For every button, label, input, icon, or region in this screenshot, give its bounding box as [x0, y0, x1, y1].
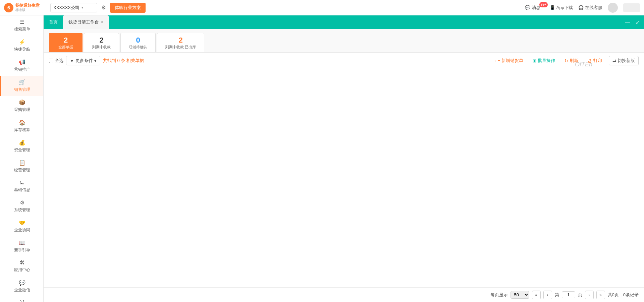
stat-num-overdue: 2 [99, 36, 103, 45]
sidebar-item-app-center[interactable]: 🛠 应用中心 [0, 256, 43, 276]
avatar[interactable] [608, 3, 618, 13]
user-name-placeholder[interactable] [623, 3, 640, 12]
switch-label: 切换新版 [618, 58, 635, 64]
header-right: 💬 消息 99+ 📱 App下载 🎧 在线客服 [525, 3, 640, 13]
base-info-icon: 🗂 [19, 180, 25, 186]
message-btn[interactable]: 💬 消息 99+ [525, 5, 544, 11]
stat-label-wangpu: 旺铺待确认 [129, 45, 147, 50]
toolbar-left: 全选 ▼ 更多条件 ▾ 共找到 0 条 相关单据 [49, 56, 144, 65]
select-all-input[interactable] [49, 59, 53, 63]
enterprise-icon: 🤝 [19, 220, 25, 226]
page-label-pre: 第 [555, 292, 559, 298]
sidebar-item-marketing[interactable]: 📢 营销推广 [0, 56, 43, 76]
add-sale-order-btn[interactable]: + + 新增销货单 [491, 56, 526, 65]
sidebar: ☰ 搜索菜单 ⚡ 快捷导航 📢 营销推广 🛒 销售管理 📦 采购管理 🏠 库存核… [0, 15, 44, 302]
message-icon: 💬 [525, 5, 530, 10]
sidebar-item-label: 新手引导 [14, 247, 30, 253]
stat-tab-wangpu[interactable]: 0 旺铺待确认 [120, 33, 156, 52]
next-page-btn[interactable]: › [585, 291, 594, 299]
print-btn[interactable]: 🖨 打印 [585, 56, 605, 65]
logo-area: 6 畅捷通好生意 标准版 [4, 3, 48, 12]
tab-close-icon[interactable]: × [101, 20, 103, 24]
logo-sub: 标准版 [15, 8, 40, 12]
filter-chevron-icon: ▾ [94, 58, 97, 63]
top-header: 6 畅捷通好生意 标准版 XXXXXX公司 ▾ ⚙ 体验行业方案 💬 消息 99… [0, 0, 644, 15]
app-center-icon: 🛠 [19, 260, 25, 266]
logo-text: 畅捷通好生意 标准版 [15, 3, 40, 12]
page-input[interactable] [562, 291, 575, 298]
count-unit: 条 [121, 58, 125, 63]
add-icon: + [494, 58, 496, 63]
sales-icon: 🛒 [19, 79, 25, 85]
sidebar-item-inventory[interactable]: 🏠 库存核算 [0, 116, 43, 136]
marketing-icon: 📢 [19, 59, 25, 65]
tab-expand-btn[interactable]: ⤢ [634, 18, 641, 27]
count-prefix: 共找到 [103, 58, 116, 63]
sidebar-item-label: 应用中心 [14, 267, 30, 273]
sidebar-item-enterprise[interactable]: 🤝 企业协同 [0, 216, 43, 236]
stat-tab-overdue-shipped[interactable]: 2 到期未收款 已出库 [157, 33, 204, 52]
stat-label-overdue-shipped: 到期未收款 已出库 [165, 45, 196, 50]
sidebar-item-wechat[interactable]: 💬 企业微信 [0, 276, 43, 296]
stat-tab-overdue[interactable]: 2 到期未收款 [84, 33, 119, 52]
vip-icon: V [20, 300, 24, 302]
sidebar-item-label: 企业协同 [14, 227, 30, 233]
company-name: XXXXXX公司 [53, 5, 79, 11]
sidebar-item-guide[interactable]: 📖 新手引导 [0, 236, 43, 256]
tab-home[interactable]: 首页 [44, 15, 63, 29]
stat-tab-all[interactable]: 2 全部单据 [49, 33, 83, 52]
app-download-icon: 📱 [550, 5, 555, 10]
switch-icon: ⇄ [612, 58, 616, 63]
try-btn[interactable]: 体验行业方案 [110, 3, 146, 13]
online-service-btn[interactable]: 🎧 在线客服 [578, 5, 602, 11]
tab-bar: 首页 钱货日清工作台 × — ⤢ [44, 15, 644, 29]
filter-btn[interactable]: ▼ 更多条件 ▾ [66, 56, 100, 65]
sidebar-item-vip[interactable]: V 畅会员 [0, 296, 43, 302]
service-icon: 🎧 [578, 5, 584, 10]
sidebar-item-operations[interactable]: 📋 经营管理 [0, 156, 43, 176]
system-icon: ⚙ [20, 199, 24, 206]
first-page-btn[interactable]: « [532, 291, 541, 299]
settings-icon-btn[interactable]: ⚙ [100, 3, 107, 12]
main-content: 首页 钱货日清工作台 × — ⤢ 2 全部单据 2 到期未收款 [44, 15, 644, 302]
stat-num-wangpu: 0 [136, 36, 140, 45]
tab-workbench[interactable]: 钱货日清工作台 × [63, 15, 109, 29]
guide-icon: 📖 [19, 240, 25, 246]
sidebar-item-label: 库存核算 [14, 127, 30, 133]
sidebar-item-label: 销售管理 [14, 87, 30, 93]
tab-minimize-btn[interactable]: — [624, 18, 632, 26]
page-size-select[interactable]: 50 20 100 [511, 291, 529, 299]
switch-version-btn[interactable]: ⇄ 切换新版 [609, 56, 639, 65]
prev-page-btn[interactable]: ‹ [543, 291, 552, 299]
sidebar-item-sales[interactable]: 🛒 销售管理 [0, 76, 43, 96]
batch-ops-btn[interactable]: ⊞ 批量操作 [530, 56, 558, 65]
online-service-label: 在线客服 [585, 5, 602, 11]
logo-icon: 6 [4, 3, 13, 12]
inventory-icon: 🏠 [19, 119, 25, 126]
select-all-checkbox[interactable]: 全选 [49, 58, 63, 64]
app-download-btn[interactable]: 📱 App下载 [550, 5, 573, 11]
sidebar-item-finance[interactable]: 💰 资金管理 [0, 136, 43, 156]
add-sale-order-label: + 新增销货单 [498, 58, 523, 64]
refresh-btn[interactable]: ↻ 刷新 [562, 56, 581, 65]
pagination: 每页显示 50 20 100 « ‹ 第 页 › » 共0页，0条记录 [44, 287, 644, 302]
sidebar-item-quick-nav[interactable]: ⚡ 快捷导航 [0, 36, 43, 56]
sidebar-item-base-info[interactable]: 🗂 基础信息 [0, 176, 43, 196]
filter-icon: ▼ [70, 58, 74, 63]
last-page-btn[interactable]: » [596, 291, 605, 299]
purchase-icon: 📦 [19, 99, 25, 106]
sidebar-item-label: 营销推广 [14, 67, 30, 72]
sidebar-item-search[interactable]: ☰ 搜索菜单 [0, 15, 43, 36]
table-area [44, 69, 644, 287]
search-menu-icon: ☰ [20, 19, 24, 25]
company-selector[interactable]: XXXXXX公司 ▾ [50, 3, 97, 12]
filter-label: 更多条件 [75, 58, 93, 64]
sidebar-item-system[interactable]: ⚙ 系统管理 [0, 196, 43, 216]
tab-bar-actions: — ⤢ [624, 18, 644, 27]
sidebar-item-label: 系统管理 [14, 207, 30, 213]
sidebar-item-purchase[interactable]: 📦 采购管理 [0, 96, 43, 116]
print-icon: 🖨 [588, 58, 592, 63]
chevron-down-icon: ▾ [82, 6, 83, 9]
sidebar-item-label: 搜索菜单 [14, 26, 30, 32]
stats-tabs: 2 全部单据 2 到期未收款 0 旺铺待确认 2 到期未收款 已出库 [44, 29, 644, 53]
